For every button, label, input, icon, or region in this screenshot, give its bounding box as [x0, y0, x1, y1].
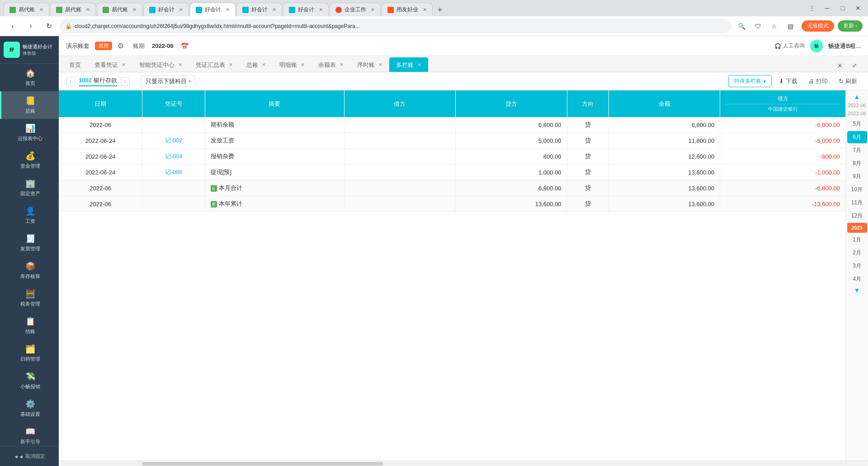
tab-close-3[interactable]: ✕ [132, 7, 137, 13]
sidebar-item-expense[interactable]: 💸 小畅报销 [0, 367, 59, 395]
expand-panel-button[interactable]: ⤢ [848, 59, 861, 72]
calendar-icon[interactable]: 📅 [181, 42, 189, 50]
search-icon[interactable]: 🔍 [735, 19, 749, 33]
back-button[interactable]: ‹ [5, 19, 20, 33]
sidebar-item-home[interactable]: 🏠 首页 [0, 64, 59, 91]
tab-home[interactable]: 首页 [62, 57, 88, 72]
tab-multi-col-close[interactable]: ✕ [417, 62, 421, 68]
account-selector[interactable]: 1002 银行存款 [79, 76, 117, 86]
month-item-feb[interactable]: 2月 [847, 247, 867, 259]
browser-tab-4[interactable]: 好会计 ✕ [143, 3, 189, 16]
print-button[interactable]: 🖨 打印 [805, 75, 831, 87]
sidebar-item-close[interactable]: 📋 结账 [0, 312, 59, 339]
sidebar-toggle-icon[interactable]: ▤ [783, 19, 798, 33]
tab-view-voucher-close[interactable]: ✕ [122, 62, 126, 68]
tab-smart-voucher[interactable]: 智能凭证中心 ✕ [132, 57, 189, 72]
browser-tab-5[interactable]: 好会计 ✕ [190, 3, 236, 16]
tab-close-9[interactable]: ✕ [423, 7, 427, 13]
month-item-may[interactable]: 5月 [847, 118, 867, 130]
tab-close-8[interactable]: ✕ [371, 7, 375, 13]
sidebar-item-invoice[interactable]: 🧾 发票管理 [0, 229, 59, 257]
month-item-mar[interactable]: 3月 [847, 260, 867, 272]
browser-tab-1[interactable]: 易代账 ✕ [4, 3, 49, 16]
tab-close-1[interactable]: ✕ [39, 7, 43, 13]
tab-favicon-8 [335, 7, 342, 13]
tab-balance-sheet[interactable]: 余额表 ✕ [311, 57, 350, 72]
sidebar-item-settings[interactable]: ⚙️ 基础设置 [0, 395, 59, 422]
close-window-button[interactable]: ✕ [852, 2, 864, 14]
update-button[interactable]: 更新 › [838, 20, 863, 32]
month-item-jun[interactable]: 6月 [847, 131, 867, 143]
tab-smart-voucher-close[interactable]: ✕ [178, 62, 182, 68]
subject-filter-dropdown[interactable]: 只显示下级科目 ▾ [141, 75, 196, 87]
tab-list-button[interactable]: ⋮ [806, 2, 818, 14]
browser-tab-9[interactable]: 用友好业 ✕ [382, 3, 433, 16]
tab-general-ledger-close[interactable]: ✕ [262, 62, 266, 68]
star-icon[interactable]: ☆ [767, 19, 782, 33]
browser-tab-2[interactable]: 易代账 ✕ [50, 3, 96, 16]
unpin-button[interactable]: ◄◄ 取消固定 [2, 450, 57, 462]
user-avatar[interactable]: 畅 [810, 40, 823, 52]
sidebar-item-tax[interactable]: 🧮 税务管理 [0, 284, 59, 312]
month-scroll-down[interactable]: ▼ [850, 286, 864, 295]
tab-general-ledger[interactable]: 总账 ✕ [240, 57, 273, 72]
month-item-sep[interactable]: 9月 [847, 170, 867, 183]
tab-sequential-ledger-close[interactable]: ✕ [378, 62, 382, 68]
demo-badge[interactable]: 禁用 [95, 42, 112, 50]
wuhen-mode-button[interactable]: 无痕模式 [802, 20, 834, 32]
customer-service-button[interactable]: 🎧 人工咨询 [774, 42, 805, 50]
month-item-dec[interactable]: 12月 [847, 210, 867, 222]
refresh-button[interactable]: ↻ [42, 19, 56, 33]
tab-balance-sheet-close[interactable]: ✕ [340, 62, 344, 68]
tab-view-voucher[interactable]: 查看凭证 ✕ [88, 57, 132, 72]
refresh-data-button[interactable]: ↻ 刷新 [835, 75, 861, 87]
sidebar-item-inventory[interactable]: 📦 库存核算 [0, 257, 59, 284]
sidebar-item-guide[interactable]: 📖 新手引导 [0, 422, 59, 446]
account-settings-icon[interactable]: ⚙ [118, 42, 124, 50]
tab-multi-col[interactable]: 多栏账 ✕ [389, 57, 428, 72]
maximize-button[interactable]: □ [836, 2, 849, 14]
browser-tab-8[interactable]: 企业工作 ✕ [330, 3, 381, 16]
month-item-oct[interactable]: 10月 [847, 184, 867, 196]
sidebar-item-ledger[interactable]: 📒 总账 [0, 91, 59, 119]
tab-voucher-summary-close[interactable]: ✕ [229, 62, 233, 68]
url-bar[interactable]: 🔒 cloud2.chanjet.com/accounting/uh26t264… [60, 19, 731, 33]
voucher-link-3[interactable]: 记-004 [165, 153, 183, 160]
tab-close-6[interactable]: ✕ [272, 7, 276, 13]
download-button[interactable]: ⬇ 下载 [775, 75, 801, 87]
tab-close-4[interactable]: ✕ [179, 7, 183, 13]
tab-detail-ledger-close[interactable]: ✕ [301, 62, 305, 68]
minimize-button[interactable]: ─ [821, 2, 834, 14]
sidebar-item-funds[interactable]: 💰 资金管理 [0, 146, 59, 174]
forward-button[interactable]: › [24, 19, 38, 33]
sidebar-item-archive[interactable]: 🗂️ 归档管理 [0, 339, 59, 367]
month-scroll-up[interactable]: ▲ [850, 92, 864, 101]
next-account-button[interactable]: › [121, 77, 130, 86]
browser-tab-3[interactable]: 易代账 ✕ [97, 3, 142, 16]
scroll-thumb[interactable] [142, 462, 383, 466]
shield-icon[interactable]: 🛡 [751, 19, 765, 33]
special-multi-col-button[interactable]: 特殊多栏账 ▾ [728, 75, 772, 87]
sidebar-item-salary[interactable]: 👤 工资 [0, 202, 59, 229]
voucher-link-2[interactable]: 记-002 [165, 137, 183, 144]
month-item-apr[interactable]: 4月 [847, 273, 867, 285]
sidebar-item-assets[interactable]: 🏢 固定资产 [0, 174, 59, 202]
sidebar-item-reports[interactable]: 📊 云报表中心 [0, 119, 59, 146]
collapse-panel-button[interactable]: ✕ [834, 59, 846, 72]
new-tab-button[interactable]: + [434, 4, 446, 16]
month-item-nov[interactable]: 11月 [847, 197, 867, 209]
tab-sequential-ledger[interactable]: 序时账 ✕ [350, 57, 389, 72]
tab-close-5[interactable]: ✕ [226, 7, 230, 13]
voucher-link-4[interactable]: 记-006 [165, 169, 183, 175]
month-item-jan[interactable]: 1月 [847, 234, 867, 246]
browser-tab-7[interactable]: 好会计 ✕ [283, 3, 329, 16]
bottom-scrollbar[interactable] [59, 461, 868, 466]
tab-close-7[interactable]: ✕ [319, 7, 323, 13]
month-item-aug[interactable]: 8月 [847, 157, 867, 169]
tab-close-2[interactable]: ✕ [86, 7, 90, 13]
prev-account-button[interactable]: ‹ [66, 77, 75, 86]
tab-voucher-summary[interactable]: 凭证汇总表 ✕ [189, 57, 240, 72]
month-item-jul[interactable]: 7月 [847, 144, 867, 156]
browser-tab-6[interactable]: 好会计 ✕ [236, 3, 282, 16]
tab-detail-ledger[interactable]: 明细账 ✕ [273, 57, 311, 72]
